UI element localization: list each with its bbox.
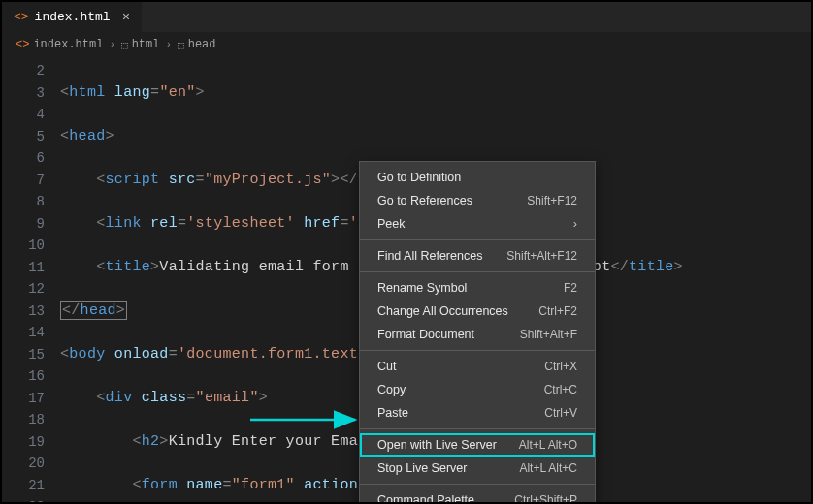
line-number: 2 [2,60,45,82]
line-number: 11 [2,257,45,279]
menu-label: Peek [377,217,406,231]
menu-shortcut: Ctrl+C [544,383,577,396]
menu-stop-live-server[interactable]: Stop Live Server Alt+L Alt+C [360,457,595,480]
menu-shortcut: Alt+L Alt+O [519,438,577,452]
line-number: 9 [2,213,45,236]
menu-shortcut: F2 [564,281,577,295]
menu-open-with-live-server[interactable]: Open with Live Server Alt+L Alt+O [360,433,595,457]
menu-label: Cut [377,360,396,373]
line-number: 18 [2,409,45,431]
menu-shortcut: Shift+Alt+F12 [506,249,577,263]
breadcrumb-crumb[interactable]: html [132,38,160,51]
breadcrumb-file[interactable]: index.html [33,38,103,51]
line-number: 10 [2,235,45,257]
menu-shortcut: Ctrl+F2 [538,304,577,318]
line-number: 4 [2,104,45,126]
file-html-icon: <> [16,38,29,51]
chevron-right-icon: › [573,217,577,231]
menu-shortcut: Alt+L Alt+C [519,461,577,475]
tag-icon: ⬚ [178,39,184,51]
tab-bar: <> index.html × [2,2,811,33]
menu-label: Format Document [377,328,474,341]
line-number: 16 [2,365,45,388]
menu-label: Command Palette... [377,493,484,504]
chevron-right-icon: › [109,39,115,50]
tab-title: index.html [35,10,111,24]
breadcrumb-crumb[interactable]: head [188,38,216,51]
menu-paste[interactable]: Paste Ctrl+V [360,401,595,425]
menu-rename-symbol[interactable]: Rename Symbol F2 [360,276,595,299]
line-number: 13 [2,300,45,323]
line-number: 3 [2,82,45,105]
breadcrumb[interactable]: <> index.html › ⬚ html › ⬚ head [2,33,811,56]
menu-shortcut: Ctrl+V [544,406,577,420]
menu-label: Change All Occurrences [377,304,508,318]
line-number: 22 [2,496,45,504]
menu-separator [360,350,595,351]
menu-label: Find All References [377,249,482,263]
menu-label: Copy [377,383,406,396]
line-number: 20 [2,453,45,475]
line-number: 8 [2,191,45,213]
line-number: 7 [2,170,45,192]
menu-peek[interactable]: Peek › [360,212,595,236]
menu-separator [360,428,595,429]
chevron-right-icon: › [165,39,172,50]
menu-shortcut: Shift+Alt+F [520,328,577,341]
menu-shortcut: Ctrl+Shift+P [514,493,577,504]
menu-goto-references[interactable]: Go to References Shift+F12 [360,189,595,212]
line-gutter: 2 3 4 5 6 7 8 9 10 11 12 13 14 15 16 17 … [2,56,60,502]
menu-label: Paste [377,406,408,420]
menu-shortcut: Shift+F12 [527,194,577,207]
line-number: 6 [2,147,45,170]
menu-separator [360,239,595,240]
line-number: 19 [2,431,45,454]
menu-label: Stop Live Server [377,461,467,475]
context-menu: Go to Definition Go to References Shift+… [359,161,596,504]
menu-label: Open with Live Server [377,438,497,452]
line-number: 12 [2,278,45,300]
code-editor[interactable]: 2 3 4 5 6 7 8 9 10 11 12 13 14 15 16 17 … [2,56,811,502]
line-number: 15 [2,344,45,366]
menu-copy[interactable]: Copy Ctrl+C [360,378,595,401]
menu-separator [360,484,595,485]
menu-label: Go to Definition [377,171,461,184]
line-number: 14 [2,322,45,344]
menu-label: Rename Symbol [377,281,467,295]
line-number: 17 [2,388,45,410]
menu-separator [360,271,595,272]
tab-index-html[interactable]: <> index.html × [2,2,143,32]
menu-find-all-references[interactable]: Find All References Shift+Alt+F12 [360,244,595,268]
tag-icon: ⬚ [121,39,128,51]
menu-label: Go to References [377,194,472,207]
menu-goto-definition[interactable]: Go to Definition [360,166,595,189]
line-number: 5 [2,126,45,148]
menu-cut[interactable]: Cut Ctrl+X [360,355,595,378]
file-html-icon: <> [14,10,29,24]
menu-format-document[interactable]: Format Document Shift+Alt+F [360,323,595,346]
close-icon[interactable]: × [122,10,130,25]
line-number: 21 [2,475,45,497]
menu-shortcut: Ctrl+X [544,360,577,373]
menu-change-all-occurrences[interactable]: Change All Occurrences Ctrl+F2 [360,299,595,323]
menu-command-palette[interactable]: Command Palette... Ctrl+Shift+P [360,488,595,504]
